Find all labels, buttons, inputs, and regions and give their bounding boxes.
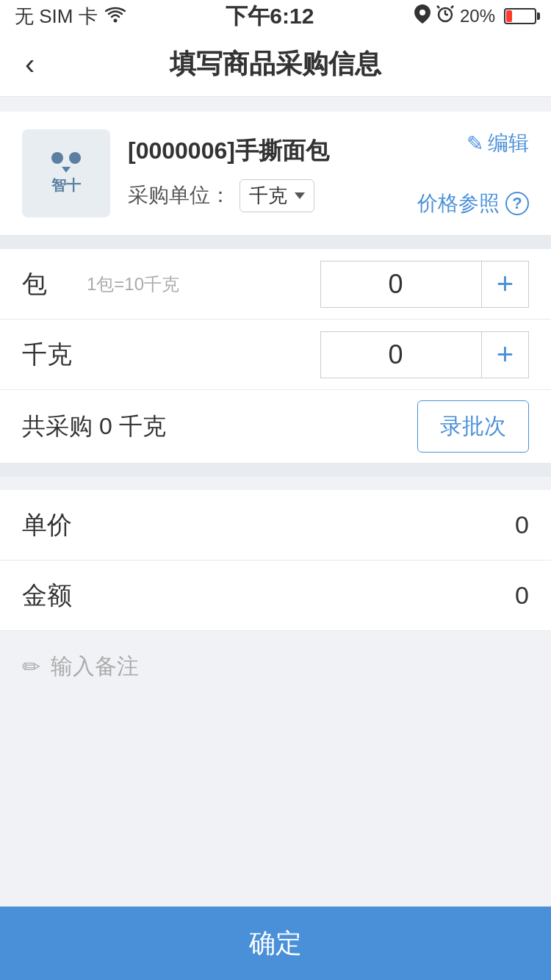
status-bar: 无 SIM 卡 下午6:12 20% — [0, 0, 551, 32]
info-icon: ? — [505, 192, 529, 215]
unit-selector[interactable]: 千克 — [240, 179, 314, 212]
product-image: 智十 — [22, 129, 110, 217]
bao-input-row: 包 1包=10千克 + — [0, 249, 551, 320]
status-time: 下午6:12 — [226, 1, 314, 32]
kg-input-row: 千克 + — [0, 320, 551, 390]
edit-button[interactable]: ✎ 编辑 — [467, 129, 529, 157]
unit-price-row: 单价 0 — [0, 490, 551, 561]
amount-label: 金额 — [22, 579, 72, 613]
bao-input-right: + — [320, 261, 529, 308]
svg-line-6 — [451, 6, 453, 8]
back-button[interactable]: ‹ — [18, 40, 42, 88]
bao-quantity-input[interactable] — [320, 261, 482, 308]
price-section: 单价 0 金额 0 — [0, 490, 551, 631]
batch-button[interactable]: 录批次 — [417, 400, 529, 453]
remark-section[interactable]: ✏ 输入备注 — [0, 631, 551, 702]
unit-label: 采购单位： — [128, 181, 231, 209]
remark-placeholder: 输入备注 — [51, 652, 139, 682]
input-section: 包 1包=10千克 + 千克 + — [0, 249, 551, 390]
battery-percent: 20% — [460, 6, 495, 26]
content-body — [0, 702, 551, 923]
bao-label: 包 — [22, 267, 81, 301]
svg-point-0 — [113, 18, 117, 22]
unit-price-value: 0 — [515, 511, 529, 539]
carrier-text: 无 SIM 卡 — [15, 4, 98, 29]
kg-label: 千克 — [22, 338, 81, 372]
section-divider-2 — [0, 464, 551, 477]
amount-value: 0 — [515, 581, 529, 610]
chevron-down-icon — [295, 192, 305, 199]
battery-icon — [504, 8, 536, 24]
svg-line-5 — [437, 6, 439, 8]
edit-pencil-icon: ✎ — [467, 131, 483, 156]
pencil-icon: ✏ — [22, 654, 40, 680]
owl-logo: 智十 — [51, 152, 81, 195]
confirm-bar[interactable]: 确定 — [0, 907, 551, 980]
status-left: 无 SIM 卡 — [15, 4, 126, 29]
product-card: 智十 [0000006]手撕面包 采购单位： 千克 ✎ 编辑 价格参照 ? — [0, 112, 551, 236]
kg-input-right: + — [320, 331, 529, 378]
section-divider-1 — [0, 236, 551, 249]
svg-point-1 — [419, 10, 425, 15]
confirm-button-text: 确定 — [249, 926, 302, 962]
wifi-icon — [105, 5, 126, 28]
unit-price-label: 单价 — [22, 508, 72, 542]
bao-sub-label: 1包=10千克 — [87, 273, 179, 296]
amount-row: 金额 0 — [0, 561, 551, 631]
kg-quantity-input[interactable] — [320, 331, 482, 378]
summary-text: 共采购 0 千克 — [22, 411, 166, 443]
summary-row: 共采购 0 千克 录批次 — [0, 390, 551, 464]
kg-plus-button[interactable]: + — [482, 331, 529, 378]
nav-title: 填写商品采购信息 — [170, 46, 381, 82]
status-right: 20% — [414, 4, 536, 28]
bao-plus-button[interactable]: + — [482, 261, 529, 308]
location-icon — [414, 4, 431, 28]
price-ref-button[interactable]: 价格参照 ? — [417, 190, 529, 217]
alarm-icon — [436, 4, 454, 28]
nav-bar: ‹ 填写商品采购信息 — [0, 32, 551, 97]
